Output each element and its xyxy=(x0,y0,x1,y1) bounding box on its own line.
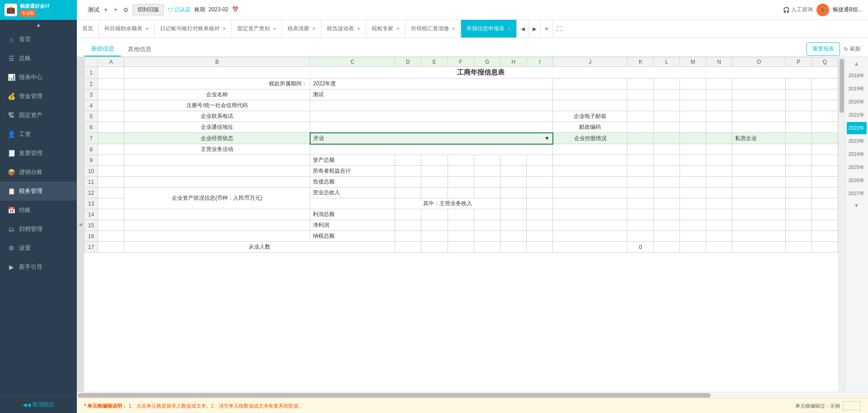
cell-6p[interactable] xyxy=(785,122,811,133)
cell-16g[interactable] xyxy=(474,231,500,242)
left-collapse-btn[interactable]: ◀ xyxy=(77,57,84,392)
cell-3c[interactable]: 测试 xyxy=(310,89,553,100)
cell-6b[interactable]: 企业通信地址 xyxy=(124,122,310,133)
cell-3q[interactable] xyxy=(811,89,838,100)
cell-11h[interactable] xyxy=(500,177,527,188)
cell-16i[interactable] xyxy=(527,231,553,242)
cell-9c[interactable]: 资产总额 xyxy=(310,155,395,166)
tab-aux-balance[interactable]: 科目辅助余额表 ✕ xyxy=(99,20,155,38)
col-header-h[interactable]: H xyxy=(500,57,527,67)
cell-17e[interactable] xyxy=(421,242,448,253)
cell-10d[interactable] xyxy=(395,166,421,177)
cell-13o[interactable] xyxy=(732,198,786,209)
tab-annual-report[interactable]: 年报信息申报表 ✕ xyxy=(461,20,517,38)
subtab-basic[interactable]: 基础信息 xyxy=(84,42,121,56)
cell-5o[interactable] xyxy=(732,111,786,122)
cell-15c[interactable]: 净利润 xyxy=(310,220,395,231)
cell-13k[interactable] xyxy=(627,198,654,209)
add-tab-btn[interactable]: ＋ xyxy=(112,5,119,14)
v-scrollbar[interactable] xyxy=(838,57,844,392)
cell-4j[interactable] xyxy=(553,100,627,111)
col-header-g[interactable]: G xyxy=(474,57,500,67)
cell-16m[interactable] xyxy=(680,231,706,242)
cell-17o[interactable] xyxy=(732,242,786,253)
cell-11e[interactable] xyxy=(421,177,448,188)
tab-close-aux-balance[interactable]: ✕ xyxy=(145,26,149,31)
cell-5b[interactable]: 企业联系电话 xyxy=(124,111,310,122)
cell-12q[interactable] xyxy=(811,188,838,198)
cell-6o[interactable] xyxy=(732,122,786,133)
cell-16d[interactable] xyxy=(395,231,421,242)
col-header-f[interactable]: F xyxy=(448,57,474,67)
year-item-2018[interactable]: 2018年 xyxy=(847,70,867,82)
cell-6a[interactable] xyxy=(98,122,124,133)
sidebar-item-settings[interactable]: ⚙ 设置 xyxy=(0,239,77,258)
cell-16f[interactable] xyxy=(448,231,474,242)
cell-14b[interactable] xyxy=(124,209,310,220)
sidebar-item-purchase-sales[interactable]: 📦 进销台账 xyxy=(0,163,77,182)
cell-15q[interactable] xyxy=(811,220,838,231)
cell-7c-active[interactable]: 开业 ▼ xyxy=(310,133,553,144)
cell-11d[interactable] xyxy=(395,177,421,188)
cell-15f[interactable] xyxy=(448,220,474,231)
cell-15o[interactable] xyxy=(732,220,786,231)
spreadsheet-scroll-area[interactable]: A B C D E F G H I J K L xyxy=(84,57,838,392)
cell-13a[interactable] xyxy=(98,198,124,209)
cell-12n[interactable] xyxy=(706,188,732,198)
cell-11c[interactable]: 负债总额 xyxy=(310,177,395,188)
cell-7q[interactable] xyxy=(811,133,838,144)
cell-11q[interactable] xyxy=(811,177,838,188)
cell-14a[interactable] xyxy=(98,209,124,220)
cell-7m[interactable] xyxy=(680,133,706,144)
cell-9f[interactable] xyxy=(448,155,474,166)
cell-17k[interactable]: 0 xyxy=(627,242,654,253)
year-item-2025[interactable]: 2025年 xyxy=(847,161,867,174)
cell-15m[interactable] xyxy=(680,220,706,231)
sidebar-item-capital[interactable]: 💰 资金管理 xyxy=(0,87,77,106)
cell-17b[interactable]: 从业人数 xyxy=(124,242,395,253)
year-item-2019[interactable]: 2019年 xyxy=(847,83,867,95)
cell-8o[interactable] xyxy=(732,144,786,155)
cell-9n[interactable] xyxy=(706,155,732,166)
cell-13d[interactable]: 其中：主营业务收入 xyxy=(395,198,500,209)
sidebar-item-reports[interactable]: 📊 报表中心 xyxy=(0,68,77,87)
col-header-l[interactable]: L xyxy=(654,57,680,67)
cell-5c[interactable] xyxy=(310,111,553,122)
cell-10h[interactable] xyxy=(500,166,527,177)
cell-4q[interactable] xyxy=(811,100,838,111)
cell-5p[interactable] xyxy=(785,111,811,122)
col-header-a[interactable]: A xyxy=(98,57,124,67)
cell-9k[interactable] xyxy=(627,155,654,166)
cell-1a[interactable] xyxy=(98,67,124,79)
cell-14j[interactable] xyxy=(553,209,627,220)
cell-9m[interactable] xyxy=(680,155,706,166)
cell-14h[interactable] xyxy=(500,209,527,220)
tab-tax-return[interactable]: 税表清册 ✕ xyxy=(282,20,321,38)
settings-icon[interactable]: ⚙ xyxy=(123,6,129,14)
cell-7n[interactable] xyxy=(706,133,732,144)
cell-14p[interactable] xyxy=(785,209,811,220)
cell-12o[interactable] xyxy=(732,188,786,198)
cell-11a[interactable] xyxy=(98,177,124,188)
cell-17d[interactable] xyxy=(395,242,421,253)
cell-2o[interactable] xyxy=(732,79,786,89)
cell-2j[interactable] xyxy=(553,79,627,89)
cell-12h[interactable] xyxy=(500,188,527,198)
cell-11i[interactable] xyxy=(527,177,553,188)
cell-9h[interactable] xyxy=(500,155,527,166)
sidebar-item-close[interactable]: 📅 结账 xyxy=(0,201,77,220)
cell-7k[interactable] xyxy=(627,133,654,144)
sidebar-item-fixed-assets[interactable]: 🏗 固定资产 xyxy=(0,106,77,125)
cell-7l[interactable] xyxy=(654,133,680,144)
cell-17l[interactable] xyxy=(654,242,680,253)
cell-17h[interactable] xyxy=(500,242,527,253)
col-header-n[interactable]: N xyxy=(706,57,732,67)
cell-4o[interactable] xyxy=(732,100,786,111)
cell-7j[interactable]: 企业控股情况 xyxy=(553,133,627,144)
cell-5j[interactable]: 企业电子邮箱 xyxy=(553,111,627,122)
cell-8c[interactable] xyxy=(310,144,553,155)
cell-13q[interactable] xyxy=(811,198,838,209)
tab-tax-burden[interactable]: 税负波动表 ✕ xyxy=(321,20,366,38)
cell-8m[interactable] xyxy=(680,144,706,155)
cell-10p[interactable] xyxy=(785,166,811,177)
